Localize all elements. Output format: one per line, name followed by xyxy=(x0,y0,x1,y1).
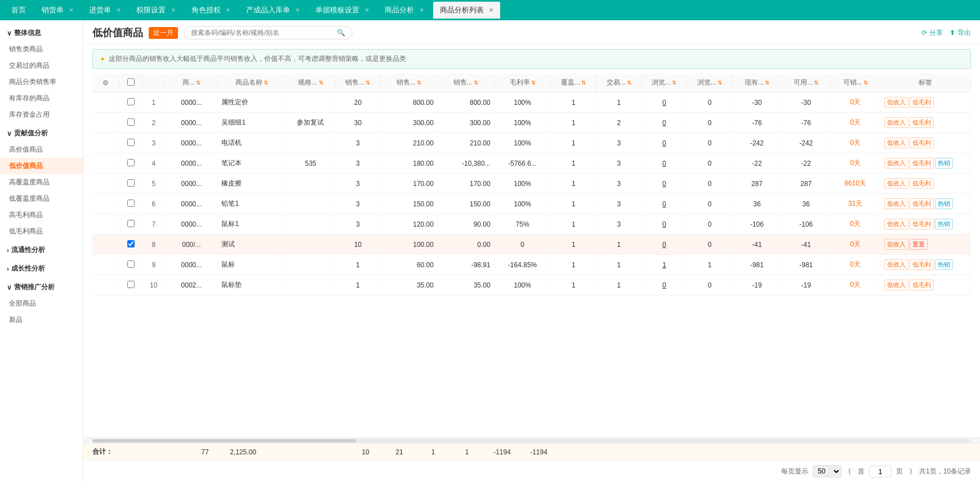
code-col-header[interactable]: 商...⇅ xyxy=(165,73,218,92)
nav-product-analysis-list[interactable]: 商品分析列表 × xyxy=(433,2,500,19)
checkbox-cell[interactable] xyxy=(119,133,142,153)
view1-link[interactable]: 0 xyxy=(662,220,666,228)
sidebar-item-low-margin[interactable]: 低毛利商品 xyxy=(0,223,83,240)
export-button[interactable]: ⬆ 导出 xyxy=(950,28,971,38)
view1-cell[interactable]: 0 xyxy=(642,133,687,153)
sidebar-section-contribution-title[interactable]: ∨ 贡献值分析 xyxy=(0,125,83,141)
close-icon[interactable]: × xyxy=(420,6,424,14)
sidebar-item-in-stock[interactable]: 有库存的商品 xyxy=(0,90,83,107)
close-icon[interactable]: × xyxy=(69,6,74,14)
view1-link[interactable]: 0 xyxy=(662,200,666,208)
sales-profit-col-header[interactable]: 销售...⇅ xyxy=(437,73,494,92)
checkbox-cell[interactable] xyxy=(119,113,142,133)
view1-link[interactable]: 0 xyxy=(662,281,666,289)
select-all-checkbox[interactable] xyxy=(127,78,135,86)
view1-link[interactable]: 0 xyxy=(662,241,666,249)
name-col-header[interactable]: 商品名称⇅ xyxy=(218,73,286,92)
view1-cell[interactable]: 0 xyxy=(642,235,687,255)
search-icon[interactable]: 🔍 xyxy=(337,29,345,37)
settings-col-header[interactable]: ⚙ xyxy=(92,73,119,92)
nav-product-inbound[interactable]: 产成品入库单 × xyxy=(239,2,306,19)
row-checkbox[interactable] xyxy=(127,118,135,126)
sales-qty-col-header[interactable]: 销售...⇅ xyxy=(335,73,381,92)
date-filter-button[interactable]: 近一月 xyxy=(149,27,178,39)
view1-col-header[interactable]: 浏览...⇅ xyxy=(642,73,687,92)
nav-template-settings[interactable]: 单据模板设置 × xyxy=(309,2,376,19)
trade-col-header[interactable]: 交易...⇅ xyxy=(596,73,642,92)
view2-col-header[interactable]: 浏览...⇅ xyxy=(687,73,733,92)
nav-purchase[interactable]: 进货单 × xyxy=(82,2,127,19)
checkbox-cell[interactable] xyxy=(119,194,142,214)
view1-link[interactable]: 0 xyxy=(662,139,666,147)
view1-cell[interactable]: 0 xyxy=(642,214,687,235)
row-checkbox[interactable] xyxy=(127,179,135,187)
sidebar-section-overview-title[interactable]: ∨ 整体信息 xyxy=(0,25,83,41)
page-number-input[interactable] xyxy=(869,466,892,477)
row-checkbox[interactable] xyxy=(127,159,135,166)
sidebar-section-marketing-title[interactable]: ∨ 营销推广分析 xyxy=(0,279,83,295)
row-checkbox[interactable] xyxy=(127,139,135,146)
view1-cell[interactable]: 0 xyxy=(642,275,687,295)
row-checkbox[interactable] xyxy=(127,260,135,268)
sidebar-item-new-products[interactable]: 新品 xyxy=(0,312,83,328)
close-icon[interactable]: × xyxy=(226,6,230,14)
view1-link[interactable]: 0 xyxy=(662,160,666,167)
row-checkbox[interactable] xyxy=(127,240,135,247)
checkbox-cell[interactable] xyxy=(119,255,142,275)
view1-link[interactable]: 0 xyxy=(662,119,666,127)
sidebar-item-stock-capital[interactable]: 库存资金占用 xyxy=(0,107,83,123)
sidebar-item-traded[interactable]: 交易过的商品 xyxy=(0,58,83,74)
view1-link[interactable]: 0 xyxy=(662,99,666,107)
gross-rate-col-header[interactable]: 毛利率⇅ xyxy=(494,73,551,92)
share-button[interactable]: ⟳ 分享 xyxy=(921,28,943,38)
view1-cell[interactable]: 0 xyxy=(642,92,687,113)
view1-cell[interactable]: 0 xyxy=(642,174,687,194)
checkbox-cell[interactable] xyxy=(119,153,142,174)
nav-product-analysis[interactable]: 商品分析 × xyxy=(378,2,430,19)
sidebar-section-growth-title[interactable]: › 成长性分析 xyxy=(0,260,83,277)
scrollbar-track[interactable] xyxy=(92,439,971,443)
search-input[interactable] xyxy=(191,29,333,37)
sidebar-item-low-coverage[interactable]: 低覆盖度商品 xyxy=(0,191,83,207)
close-icon[interactable]: × xyxy=(171,6,176,14)
close-icon[interactable]: × xyxy=(296,6,300,14)
nav-home[interactable]: 首页 xyxy=(5,2,33,19)
next-page-button[interactable]: ⟩ xyxy=(907,466,915,476)
nav-sales-order[interactable]: 销货单 × xyxy=(35,2,80,19)
sidebar-item-low-value[interactable]: 低价值商品 xyxy=(0,158,83,174)
per-page-select[interactable]: 50 100 200 xyxy=(813,465,841,477)
current-col-header[interactable]: 现有...⇅ xyxy=(732,73,781,92)
checkbox-cell[interactable] xyxy=(119,174,142,194)
view1-link[interactable]: 1 xyxy=(662,261,666,269)
nav-permissions[interactable]: 权限设置 × xyxy=(130,2,182,19)
view1-cell[interactable]: 1 xyxy=(642,255,687,275)
checkbox-cell[interactable] xyxy=(119,275,142,295)
settings-icon[interactable]: ⚙ xyxy=(103,79,109,87)
close-icon[interactable]: × xyxy=(489,6,493,14)
row-checkbox[interactable] xyxy=(127,98,135,105)
spec-col-header[interactable]: 规格...⇅ xyxy=(286,73,335,92)
view1-cell[interactable]: 0 xyxy=(642,113,687,133)
scrollbar-thumb[interactable] xyxy=(92,439,356,443)
sales-amount-col-header[interactable]: 销售...⇅ xyxy=(381,73,438,92)
checkbox-col-header[interactable] xyxy=(119,73,142,92)
available-col-header[interactable]: 可用...⇅ xyxy=(782,73,831,92)
sidebar-item-all-products[interactable]: 全部商品 xyxy=(0,295,83,312)
checkbox-cell[interactable] xyxy=(119,235,142,255)
sidebar-section-liquidity-title[interactable]: › 流通性分析 xyxy=(0,242,83,258)
sidebar-item-high-coverage[interactable]: 高覆盖度商品 xyxy=(0,174,83,191)
row-checkbox[interactable] xyxy=(127,281,135,288)
view1-link[interactable]: 0 xyxy=(662,180,666,188)
row-checkbox[interactable] xyxy=(127,220,135,227)
saleable-col-header[interactable]: 可销...⇅ xyxy=(831,73,880,92)
sidebar-item-category-rate[interactable]: 商品分类销售率 xyxy=(0,74,83,90)
sidebar-item-high-margin[interactable]: 高毛利商品 xyxy=(0,207,83,223)
nav-role-auth[interactable]: 角色授权 × xyxy=(185,2,237,19)
sidebar-item-high-value[interactable]: 高价值商品 xyxy=(0,141,83,158)
close-icon[interactable]: × xyxy=(365,6,369,14)
close-icon[interactable]: × xyxy=(117,6,121,14)
view1-cell[interactable]: 0 xyxy=(642,194,687,214)
first-page-button[interactable]: ⟨ xyxy=(846,466,853,476)
cover-col-header[interactable]: 覆盖...⇅ xyxy=(551,73,596,92)
sidebar-item-sales-products[interactable]: 销售类商品 xyxy=(0,41,83,58)
